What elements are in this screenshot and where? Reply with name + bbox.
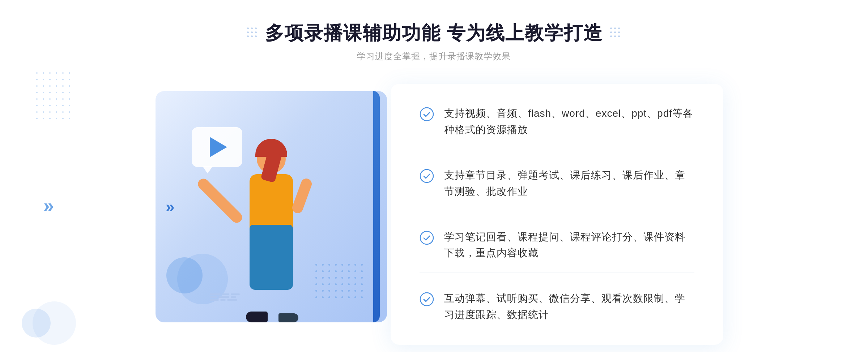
check-icon-1 (420, 107, 434, 121)
feature-text-1: 支持视频、音频、flash、word、excel、ppt、pdf等各种格式的资源… (444, 106, 694, 138)
person-body (250, 174, 293, 232)
feature-item-1: 支持视频、音频、flash、word、excel、ppt、pdf等各种格式的资源… (420, 106, 694, 149)
check-icon-4 (420, 292, 434, 306)
person-shoe-left (246, 312, 268, 322)
bg-dots-left (36, 72, 72, 121)
person-arm-right (291, 177, 313, 215)
outer-left-chevron: » (43, 195, 54, 216)
deco-circle-outer-2 (33, 301, 76, 345)
person-arm-left (196, 177, 244, 225)
feature-text-3: 学习笔记回看、课程提问、课程评论打分、课件资料下载，重点内容收藏 (444, 229, 694, 262)
deco-lines (210, 293, 240, 302)
feature-item-3: 学习笔记回看、课程提问、课程评论打分、课件资料下载，重点内容收藏 (420, 218, 694, 273)
feature-text-4: 互动弹幕、试听购买、微信分享、观看次数限制、学习进度跟踪、数据统计 (444, 291, 694, 323)
feature-item-4: 互动弹幕、试听购买、微信分享、观看次数限制、学习进度跟踪、数据统计 (420, 280, 694, 323)
illustration-bg: » (156, 91, 387, 322)
svg-point-1 (420, 169, 433, 183)
page-wrapper: 多项录播课辅助功能 专为线上教学打造 学习进度全掌握，提升录播课教学效果 (0, 0, 868, 352)
blue-accent-bar (373, 91, 380, 322)
subtitle: 学习进度全掌握，提升录播课教学效果 (357, 51, 511, 62)
main-title: 多项录播课辅助功能 专为线上教学打造 (265, 22, 603, 44)
check-icon-3 (420, 231, 434, 245)
deco-circle-small (166, 257, 203, 293)
feature-item-2: 支持章节目录、弹题考试、课后练习、课后作业、章节测验、批改作业 (420, 156, 694, 211)
right-decorative-dots (610, 27, 621, 38)
svg-point-0 (420, 108, 433, 121)
left-decorative-dots (247, 27, 258, 38)
person-pants (250, 225, 293, 290)
illustration-wrapper: » (145, 84, 380, 344)
content-section: » (145, 84, 723, 344)
features-panel: 支持视频、音频、flash、word、excel、ppt、pdf等各种格式的资源… (391, 84, 723, 344)
inner-chevron: » (166, 199, 174, 215)
feature-text-2: 支持章节目录、弹题考试、课后练习、课后作业、章节测验、批改作业 (444, 167, 694, 200)
header-section: 多项录播课辅助功能 专为线上教学打造 学习进度全掌握，提升录播课教学效果 (247, 22, 621, 62)
check-icon-2 (420, 169, 434, 183)
svg-point-2 (420, 231, 433, 244)
person-shoe-right (278, 313, 298, 322)
svg-point-3 (420, 293, 433, 306)
title-row: 多项录播课辅助功能 专为线上教学打造 (247, 22, 621, 44)
